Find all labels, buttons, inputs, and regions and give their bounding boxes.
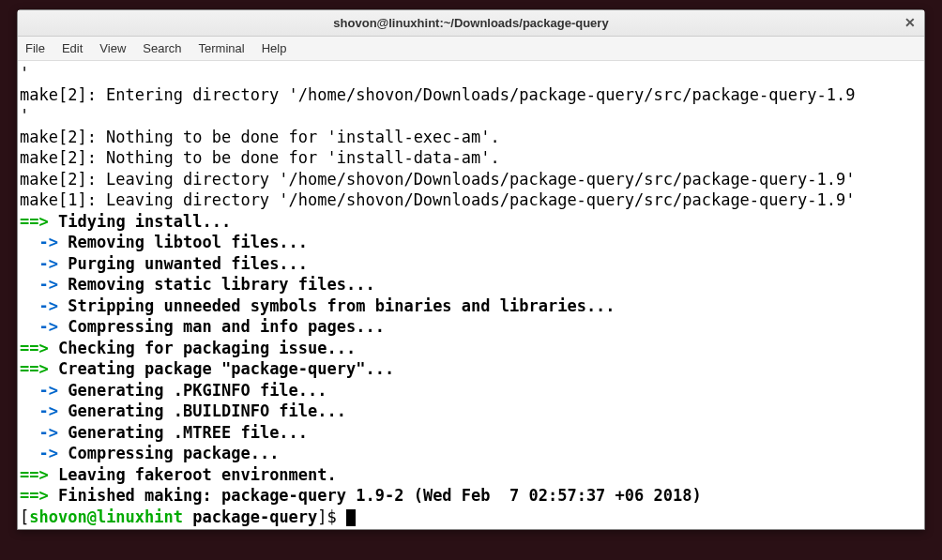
titlebar[interactable]: shovon@linuxhint:~/Downloads/package-que…: [18, 10, 924, 37]
terminal-prompt[interactable]: [shovon@linuxhint package-query]$: [20, 507, 922, 528]
terminal-window: shovon@linuxhint:~/Downloads/package-que…: [17, 9, 925, 530]
terminal-line: make[2]: Entering directory '/home/shovo…: [20, 84, 922, 106]
menu-terminal[interactable]: Terminal: [199, 41, 245, 55]
terminal-line: -> Generating .MTREE file...: [20, 422, 922, 444]
close-icon: ✕: [904, 15, 916, 30]
terminal-line: -> Removing static library files...: [20, 274, 922, 295]
terminal-line: ==> Tidying install...: [20, 211, 922, 233]
cursor-icon: [346, 509, 356, 526]
terminal-line: ==> Leaving fakeroot environment.: [20, 464, 922, 486]
terminal-line: make[2]: Nothing to be done for 'install…: [20, 127, 922, 148]
menu-help[interactable]: Help: [262, 41, 287, 55]
terminal-line: -> Stripping unneeded symbols from binar…: [20, 295, 922, 317]
terminal-line: ==> Finished making: package-query 1.9-2…: [20, 485, 922, 507]
terminal-line: ': [20, 63, 922, 84]
menu-search[interactable]: Search: [143, 41, 181, 55]
window-title: shovon@linuxhint:~/Downloads/package-que…: [333, 16, 608, 30]
terminal-line: -> Purging unwanted files...: [20, 253, 922, 275]
terminal-line: make[2]: Nothing to be done for 'install…: [20, 147, 922, 169]
terminal-output[interactable]: 'make[2]: Entering directory '/home/shov…: [18, 61, 924, 529]
menu-view[interactable]: View: [99, 41, 126, 55]
menu-edit[interactable]: Edit: [62, 41, 83, 55]
menubar: File Edit View Search Terminal Help: [18, 37, 924, 61]
terminal-line: make[2]: Leaving directory '/home/shovon…: [20, 169, 922, 190]
terminal-line: ==> Checking for packaging issue...: [20, 338, 922, 359]
terminal-line: ': [20, 105, 922, 127]
terminal-line: make[1]: Leaving directory '/home/shovon…: [20, 189, 922, 211]
terminal-line: -> Removing libtool files...: [20, 232, 922, 253]
terminal-line: -> Generating .BUILDINFO file...: [20, 401, 922, 422]
terminal-line: -> Compressing man and info pages...: [20, 316, 922, 338]
menu-file[interactable]: File: [25, 41, 45, 55]
close-button[interactable]: ✕: [902, 14, 919, 31]
terminal-line: -> Compressing package...: [20, 443, 922, 464]
terminal-line: ==> Creating package "package-query"...: [20, 358, 922, 380]
terminal-line: -> Generating .PKGINFO file...: [20, 380, 922, 401]
